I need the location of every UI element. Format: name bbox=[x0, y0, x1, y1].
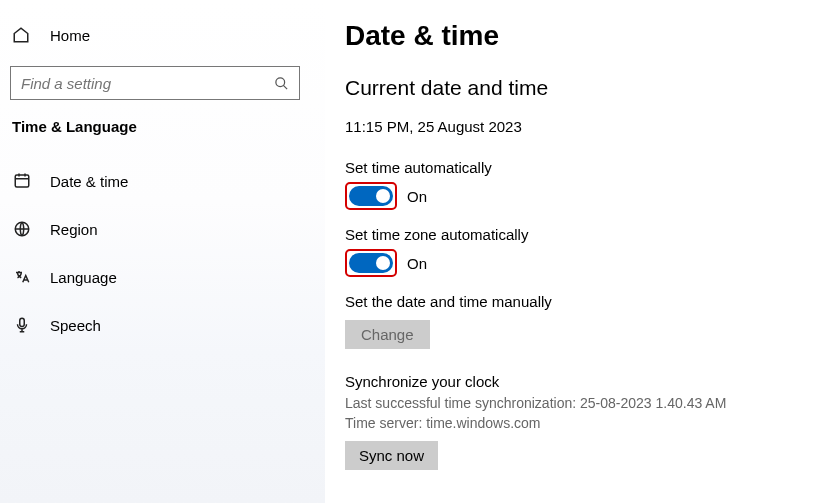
sidebar-item-region[interactable]: Region bbox=[10, 209, 315, 249]
set-time-auto-toggle[interactable] bbox=[349, 186, 393, 206]
sidebar-item-speech[interactable]: Speech bbox=[10, 305, 315, 345]
svg-line-1 bbox=[283, 85, 287, 89]
current-heading: Current date and time bbox=[345, 76, 815, 100]
search-box[interactable] bbox=[10, 66, 300, 100]
set-time-auto-state: On bbox=[407, 188, 427, 205]
set-tz-auto-toggle[interactable] bbox=[349, 253, 393, 273]
manual-label: Set the date and time manually bbox=[345, 293, 815, 310]
page-title: Date & time bbox=[345, 20, 815, 52]
sidebar-item-language[interactable]: Language bbox=[10, 257, 315, 297]
highlight-box bbox=[345, 182, 397, 210]
sidebar-item-label: Region bbox=[50, 221, 98, 238]
globe-icon bbox=[12, 219, 32, 239]
current-datetime: 11:15 PM, 25 August 2023 bbox=[345, 118, 815, 135]
home-nav[interactable]: Home bbox=[10, 20, 315, 50]
sync-label: Synchronize your clock bbox=[345, 373, 815, 390]
highlight-box bbox=[345, 249, 397, 277]
set-time-auto-label: Set time automatically bbox=[345, 159, 815, 176]
sidebar-item-label: Speech bbox=[50, 317, 101, 334]
search-input[interactable] bbox=[21, 75, 274, 92]
sync-last: Last successful time synchronization: 25… bbox=[345, 395, 726, 411]
svg-rect-2 bbox=[15, 175, 29, 187]
sidebar-item-label: Date & time bbox=[50, 173, 128, 190]
set-tz-auto-state: On bbox=[407, 255, 427, 272]
sync-now-button[interactable]: Sync now bbox=[345, 441, 438, 470]
change-button: Change bbox=[345, 320, 430, 349]
home-icon bbox=[12, 26, 30, 44]
section-title: Time & Language bbox=[10, 118, 315, 135]
svg-point-0 bbox=[276, 77, 285, 86]
microphone-icon bbox=[12, 315, 32, 335]
sync-info: Last successful time synchronization: 25… bbox=[345, 394, 815, 433]
svg-rect-7 bbox=[20, 318, 25, 326]
home-label: Home bbox=[50, 27, 90, 44]
main-content: Date & time Current date and time 11:15 … bbox=[325, 0, 835, 503]
sidebar: Home Time & Language Date & time Region bbox=[0, 0, 325, 503]
language-icon bbox=[12, 267, 32, 287]
sidebar-item-date-time[interactable]: Date & time bbox=[10, 161, 315, 201]
search-icon bbox=[274, 76, 289, 91]
date-time-icon bbox=[12, 171, 32, 191]
sidebar-item-label: Language bbox=[50, 269, 117, 286]
sync-server: Time server: time.windows.com bbox=[345, 415, 541, 431]
set-tz-auto-label: Set time zone automatically bbox=[345, 226, 815, 243]
